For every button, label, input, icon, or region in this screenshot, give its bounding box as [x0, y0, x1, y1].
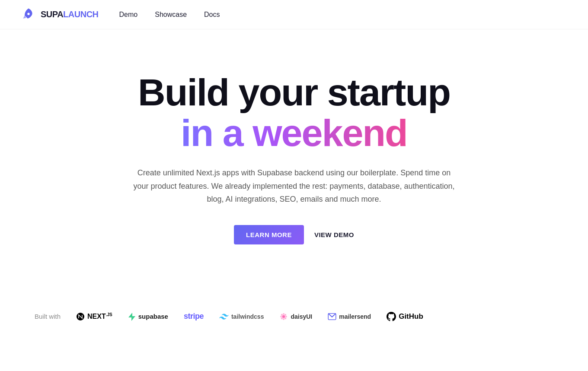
- logo-link[interactable]: SUPALAUNCH: [21, 7, 99, 22]
- mailersend-icon: [328, 313, 336, 320]
- nav-links: Demo Showcase Docs: [119, 11, 220, 19]
- svg-point-0: [27, 13, 29, 15]
- nav-demo-link[interactable]: Demo: [119, 11, 138, 18]
- view-demo-button[interactable]: VIEW DEMO: [314, 231, 354, 238]
- nav-docs-link[interactable]: Docs: [204, 11, 220, 18]
- nav-showcase-link[interactable]: Showcase: [155, 11, 187, 18]
- svg-point-6: [285, 316, 287, 317]
- built-with-label: Built with: [35, 313, 61, 320]
- stripe-text: stripe: [184, 312, 204, 321]
- hero-buttons: LEARN MORE VIEW DEMO: [234, 225, 354, 244]
- svg-point-7: [281, 314, 283, 316]
- svg-point-5: [281, 316, 282, 317]
- built-with-section: Built with NEXT.JS supabase stripe t: [0, 296, 588, 337]
- hero-title-line1: Build your startup: [138, 73, 450, 112]
- logo-text: SUPALAUNCH: [41, 10, 99, 19]
- svg-point-3: [283, 313, 284, 315]
- nextjs-logo: NEXT.JS: [76, 312, 112, 321]
- hero-section: Build your startup in a weekend Create u…: [0, 29, 588, 270]
- hero-title-line2: in a weekend: [181, 112, 407, 154]
- svg-point-9: [284, 314, 286, 316]
- github-logo: GitHub: [387, 312, 423, 321]
- tailwind-logo: tailwindcss: [219, 313, 264, 320]
- tech-logos: NEXT.JS supabase stripe tailwindcss: [76, 312, 423, 321]
- mailersend-logo: mailersend: [328, 313, 371, 320]
- svg-point-10: [281, 317, 283, 319]
- rocket-icon: [21, 7, 36, 22]
- svg-point-4: [283, 318, 284, 320]
- daisyui-logo: daisyUI: [279, 312, 312, 321]
- supabase-logo: supabase: [128, 312, 168, 321]
- svg-point-2: [282, 315, 285, 318]
- supabase-icon: [128, 312, 136, 321]
- hero-subtitle: Create unlimited Next.js apps with Supab…: [130, 166, 458, 206]
- tailwind-icon: [219, 314, 229, 320]
- svg-point-8: [284, 317, 286, 319]
- learn-more-button[interactable]: LEARN MORE: [234, 225, 304, 244]
- navbar: SUPALAUNCH Demo Showcase Docs: [0, 0, 588, 29]
- stripe-logo: stripe: [184, 312, 204, 321]
- nextjs-icon: [76, 312, 85, 321]
- github-icon: [387, 312, 396, 321]
- daisyui-icon: [279, 312, 288, 321]
